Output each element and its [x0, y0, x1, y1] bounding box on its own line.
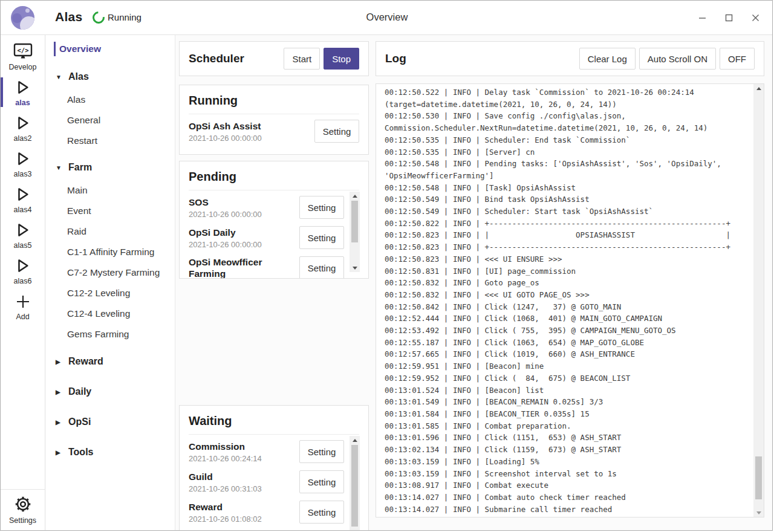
expand-marker-icon: ▼: [56, 164, 63, 171]
gear-icon: [14, 495, 32, 516]
waiting-title: Waiting: [180, 406, 368, 434]
svg-text:</>: </>: [17, 47, 28, 54]
setting-button[interactable]: Setting: [299, 256, 344, 279]
log-output[interactable]: 00:12:50.522 | INFO | Delay task `Commis…: [376, 84, 742, 515]
play-icon: [14, 78, 31, 97]
nav-item-c1-1-affinity-farming[interactable]: C1-1 Affinity Farming: [46, 242, 175, 262]
scrollbar-thumb[interactable]: [351, 445, 358, 527]
clear-log-button[interactable]: Clear Log: [579, 48, 636, 70]
nav-item-label: Farm: [68, 162, 92, 173]
rail-item-alas3[interactable]: alas3: [1, 146, 45, 181]
start-button[interactable]: Start: [284, 48, 320, 70]
app-window: Alas Running Overview </> Develop: [0, 0, 773, 531]
window-page-title: Overview: [1, 11, 773, 23]
scroll-up-icon[interactable]: [753, 84, 764, 92]
rail-item-label: alas4: [14, 206, 32, 214]
nav-item-tools[interactable]: ▶ Tools: [46, 439, 175, 465]
task-next-run-time: 2021-10-26 00:00:00: [189, 210, 296, 219]
rail-item-alas[interactable]: alas: [1, 74, 45, 110]
nav-item-daily[interactable]: ▶ Daily: [46, 378, 175, 405]
scrollbar-thumb[interactable]: [755, 456, 762, 500]
scroll-down-icon[interactable]: [350, 264, 360, 272]
task-name: OpSi Daily: [189, 227, 296, 238]
expand-marker-icon: ▶: [56, 358, 63, 365]
stop-button[interactable]: Stop: [324, 48, 359, 70]
setting-button[interactable]: Setting: [299, 196, 344, 219]
nav-item-reward[interactable]: ▶ Reward: [46, 348, 175, 375]
play-icon: [14, 256, 31, 276]
settings-button[interactable]: Settings: [1, 489, 45, 530]
rail-item-develop[interactable]: </> Develop: [1, 39, 45, 74]
task-row: Commission 2021-10-26 00:24:14 Setting: [189, 437, 344, 466]
scroll-up-icon[interactable]: [350, 436, 360, 444]
task-next-run-time: 2021-10-26 00:00:00: [189, 240, 296, 249]
task-next-run-time: 2021-10-26 00:00:00: [189, 134, 296, 143]
nav-item-c12-2-leveling[interactable]: C12-2 Leveling: [46, 283, 175, 303]
rail-item-alas2[interactable]: alas2: [1, 110, 45, 146]
rail-item-add[interactable]: Add: [1, 288, 45, 324]
nav-item-label: Alas: [68, 71, 89, 82]
nav-item-label: Reward: [68, 356, 103, 367]
task-row: Reward 2021-10-26 01:08:02 Setting: [189, 498, 344, 527]
task-next-run-time: 2021-10-26 00:31:03: [189, 484, 296, 493]
setting-button[interactable]: Setting: [299, 470, 344, 493]
scroll-down-icon[interactable]: [753, 508, 764, 517]
titlebar: Alas Running Overview: [1, 1, 773, 35]
running-panel: Running OpSi Ash Assist 2021-10-26 00:00…: [179, 85, 369, 155]
nav-item-gems-farming[interactable]: Gems Farming: [46, 324, 175, 345]
rail-item-alas6[interactable]: alas6: [1, 253, 45, 288]
expand-marker-icon: ▶: [56, 389, 63, 395]
nav-item-c7-2-mystery-farming[interactable]: C7-2 Mystery Farming: [46, 262, 175, 283]
auto-scroll-off-button[interactable]: OFF: [720, 48, 755, 70]
nav-item-restart[interactable]: Restart: [46, 131, 175, 151]
task-row: OpSi Meowfficer Farming Setting: [189, 253, 344, 279]
running-title: Running: [180, 85, 368, 114]
nav-item-label: Main: [67, 185, 88, 196]
nav-item-main[interactable]: Main: [46, 180, 175, 201]
nav-item-label: C1-1 Affinity Farming: [67, 247, 154, 258]
log-output-panel: 00:12:50.522 | INFO | Delay task `Commis…: [376, 83, 764, 517]
task-next-run-time: 2021-10-26 00:24:14: [189, 454, 296, 463]
maximize-button[interactable]: [715, 4, 742, 31]
pending-panel: Pending SOS 2021-10-26 00:00:00 Setting …: [179, 161, 369, 279]
play-icon: [14, 149, 31, 169]
setting-button[interactable]: Setting: [299, 501, 344, 524]
rail-item-alas4[interactable]: alas4: [1, 181, 45, 217]
nav-item-opsi[interactable]: ▶ OpSi: [46, 409, 175, 435]
nav-item-event[interactable]: Event: [46, 201, 175, 221]
plus-icon: [15, 292, 31, 311]
nav-item-alas[interactable]: ▼ Alas: [46, 64, 175, 89]
rail-item-label: Develop: [9, 63, 37, 71]
nav-item-general[interactable]: General: [46, 110, 175, 131]
log-scrollbar[interactable]: [753, 84, 764, 517]
rail-item-label: alas: [15, 99, 30, 107]
nav-item-label: C7-2 Mystery Farming: [67, 267, 160, 278]
scroll-up-icon[interactable]: [350, 192, 360, 200]
nav-item-label: Overview: [59, 44, 101, 54]
minimize-button[interactable]: [689, 4, 715, 31]
pending-scrollbar[interactable]: [350, 192, 360, 272]
task-name: OpSi Meowfficer Farming: [189, 256, 296, 279]
play-icon: [14, 114, 31, 133]
auto-scroll-on-button[interactable]: Auto Scroll ON: [639, 48, 716, 70]
nav-item-label: Alas: [67, 94, 85, 105]
waiting-scrollbar[interactable]: [350, 436, 360, 531]
nav-item-label: Restart: [67, 135, 97, 146]
setting-button[interactable]: Setting: [314, 120, 359, 143]
nav-item-overview[interactable]: Overview: [46, 37, 175, 60]
nav-item-alas[interactable]: Alas: [46, 89, 175, 110]
rail-item-label: alas3: [14, 170, 32, 178]
nav-item-raid[interactable]: Raid: [46, 221, 175, 242]
nav-item-farm[interactable]: ▼ Farm: [46, 155, 175, 180]
task-name: Reward: [189, 501, 296, 513]
setting-button[interactable]: Setting: [299, 226, 344, 249]
instance-rail: </> Develop alas alas2 alas3: [1, 35, 45, 530]
close-button[interactable]: [742, 4, 769, 31]
scrollbar-thumb[interactable]: [351, 201, 358, 242]
setting-button[interactable]: Setting: [299, 440, 344, 463]
rail-item-alas5[interactable]: alas5: [1, 217, 45, 253]
task-name: Commission: [189, 441, 296, 452]
nav-item-c12-4-leveling[interactable]: C12-4 Leveling: [46, 303, 175, 324]
nav-item-label: C12-2 Leveling: [67, 288, 130, 299]
task-row: Guild 2021-10-26 00:31:03 Setting: [189, 467, 344, 496]
